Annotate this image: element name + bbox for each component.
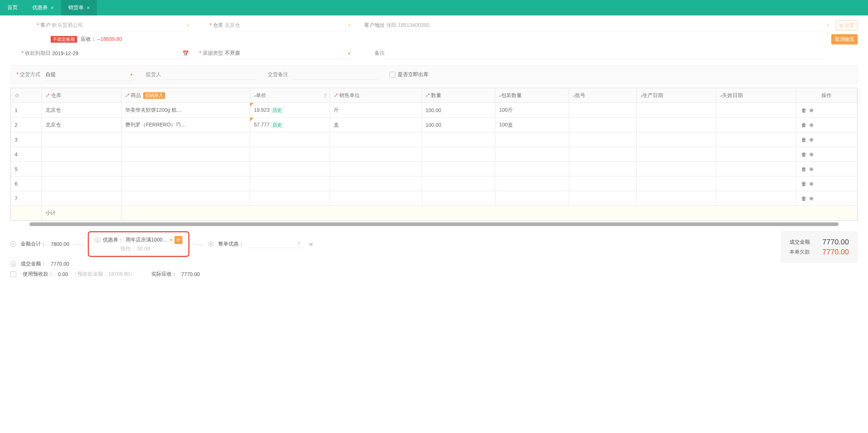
right-deal-value: 7770.00 xyxy=(822,238,849,246)
customer-address-input[interactable] xyxy=(386,22,827,28)
history-badge[interactable]: 历史 xyxy=(271,107,283,114)
remark-label: 备注 xyxy=(375,50,385,56)
refresh-coupon-button[interactable]: ⟳ xyxy=(174,236,182,244)
help-icon[interactable]: ? xyxy=(297,241,300,247)
delete-row-icon[interactable]: 🗑 xyxy=(801,107,806,113)
warehouse-input[interactable] xyxy=(225,22,348,28)
chevron-down-icon[interactable]: ▾ xyxy=(130,72,133,77)
history-badge[interactable]: 历史 xyxy=(271,122,283,128)
calendar-icon[interactable]: 📅 xyxy=(182,50,189,56)
order-discount-input[interactable]: ? xyxy=(248,240,303,248)
picker-input[interactable] xyxy=(165,69,256,75)
th-pack-qty[interactable]: ▴▾包装数量 xyxy=(495,88,569,103)
summary-card: 成交金额 7770.00 本单欠款 7770.00 xyxy=(781,231,858,263)
th-unit[interactable]: ▴▾*销售单位 xyxy=(330,88,422,103)
equals-icon: ＝ xyxy=(308,240,314,248)
tab-home[interactable]: 首页 xyxy=(0,0,25,15)
delivery-row: *交货方式 ▾ 提货人 交货备注 是否立即出库 xyxy=(10,65,858,84)
settings-button[interactable]: ⚙ 设置 xyxy=(836,20,858,31)
discount-icon: ⦿ xyxy=(208,241,214,247)
cell-warehouse[interactable]: 北京仓 xyxy=(41,118,121,132)
immediate-out-checkbox[interactable] xyxy=(390,72,395,78)
actual-recv-value: 7770.00 xyxy=(181,271,200,277)
cell-price[interactable]: 19.923历史 xyxy=(250,103,330,118)
th-price[interactable]: ▴▾单价? xyxy=(250,88,330,103)
customer-input[interactable] xyxy=(52,22,187,28)
add-row-icon[interactable]: ⊕ xyxy=(809,166,814,172)
receivable-label: 应收： xyxy=(81,36,96,42)
chevron-down-icon[interactable]: ▾ xyxy=(348,23,350,28)
add-row-icon[interactable]: ⊕ xyxy=(809,151,814,157)
cell-product[interactable]: 费列罗（FERRERO）巧… xyxy=(121,118,250,132)
table-row[interactable]: 7🗑⊕ xyxy=(11,191,857,206)
gear-icon[interactable]: ⚙ xyxy=(15,93,19,99)
cell-prod-date[interactable] xyxy=(636,118,716,132)
delivery-method-input[interactable] xyxy=(46,72,130,78)
cell-prod-date[interactable] xyxy=(636,103,716,118)
cell-pack-qty[interactable]: 100斤 xyxy=(495,103,569,118)
delete-row-icon[interactable]: 🗑 xyxy=(801,137,806,143)
delete-row-icon[interactable]: 🗑 xyxy=(801,196,806,201)
pay-date-input[interactable] xyxy=(52,50,189,56)
cell-warehouse[interactable]: 北京仓 xyxy=(41,103,121,118)
cell-exp-date[interactable] xyxy=(716,118,796,132)
tab-sales-order[interactable]: 销货单× xyxy=(61,0,97,15)
horizontal-scrollbar[interactable] xyxy=(29,222,839,226)
use-prepay-value: 0.00 xyxy=(58,271,68,277)
cell-unit[interactable]: 盒 xyxy=(330,118,422,132)
cell-batch[interactable] xyxy=(569,118,636,132)
use-prepay-label: 使用预收款： xyxy=(23,271,54,278)
chevron-down-icon[interactable]: ▾ xyxy=(187,23,189,28)
remark-input[interactable] xyxy=(386,50,823,56)
add-row-icon[interactable]: ⊕ xyxy=(809,107,814,113)
bill-type-input[interactable] xyxy=(225,50,348,56)
th-qty[interactable]: ▴▾*数量 xyxy=(422,88,495,103)
cell-price[interactable]: 57.777历史 xyxy=(250,118,330,132)
table-row[interactable]: 1北京仓华美华夫软饼1200g 糕…19.923历史斤100.00100斤🗑⊕ xyxy=(11,103,857,118)
deal-icon: ◎ xyxy=(10,261,16,267)
table-row[interactable]: 6🗑⊕ xyxy=(11,176,857,191)
cancel-logistics-button[interactable]: 取消物流 xyxy=(831,34,858,44)
delivery-note-input[interactable] xyxy=(292,69,378,75)
chevron-down-icon[interactable]: ▾ xyxy=(170,237,172,243)
chevron-down-icon[interactable]: ▾ xyxy=(827,23,829,28)
help-icon[interactable]: ? xyxy=(324,93,327,99)
add-row-icon[interactable]: ⊕ xyxy=(809,137,814,143)
cell-pack-qty[interactable]: 100盒 xyxy=(495,118,569,132)
subtotal-label: 小计 xyxy=(41,206,121,221)
th-warehouse[interactable]: ▴▾*仓库 xyxy=(41,88,121,103)
cell-qty[interactable]: 100.00 xyxy=(422,103,495,118)
coupon-deduct-label: 抵扣： xyxy=(120,246,136,251)
scan-input-badge[interactable]: 扫码录入 xyxy=(143,92,165,99)
tab-coupon[interactable]: 优惠券× xyxy=(25,0,61,15)
delete-row-icon[interactable]: 🗑 xyxy=(801,166,806,172)
cell-product[interactable]: 华美华夫软饼1200g 糕… xyxy=(121,103,250,118)
close-icon[interactable]: × xyxy=(51,5,54,11)
delete-row-icon[interactable]: 🗑 xyxy=(801,151,806,157)
pay-date-label: 收款到期日 xyxy=(25,50,51,56)
delete-row-icon[interactable]: 🗑 xyxy=(801,122,806,128)
th-batch[interactable]: ▴▾批号 xyxy=(569,88,636,103)
cell-qty[interactable]: 100.00 xyxy=(422,118,495,132)
th-product[interactable]: ▴▾*商品扫码录入 xyxy=(121,88,250,103)
add-row-icon[interactable]: ⊕ xyxy=(809,181,814,187)
cell-unit[interactable]: 斤 xyxy=(330,103,422,118)
table-row[interactable]: 5🗑⊕ xyxy=(11,162,857,176)
add-row-icon[interactable]: ⊕ xyxy=(809,122,814,128)
add-row-icon[interactable]: ⊕ xyxy=(809,196,814,201)
th-exp-date[interactable]: ▴▾失效日期 xyxy=(716,88,796,103)
th-prod-date[interactable]: ▴▾生产日期 xyxy=(636,88,716,103)
delete-row-icon[interactable]: 🗑 xyxy=(801,181,806,187)
row-number: 2 xyxy=(11,118,42,132)
use-prepay-checkbox[interactable] xyxy=(10,271,16,277)
th-ops: 操作 xyxy=(796,88,857,103)
total-label: 金额合计： xyxy=(21,241,46,247)
close-icon[interactable]: × xyxy=(87,5,90,11)
table-row[interactable]: 4🗑⊕ xyxy=(11,147,857,162)
customer-address-label: 客户地址 xyxy=(364,22,385,28)
cell-batch[interactable] xyxy=(569,103,636,118)
table-row[interactable]: 3🗑⊕ xyxy=(11,132,857,147)
cell-exp-date[interactable] xyxy=(716,103,796,118)
table-row[interactable]: 2北京仓费列罗（FERRERO）巧…57.777历史盒100.00100盒🗑⊕ xyxy=(11,118,857,132)
chevron-down-icon[interactable]: ▾ xyxy=(348,51,350,56)
